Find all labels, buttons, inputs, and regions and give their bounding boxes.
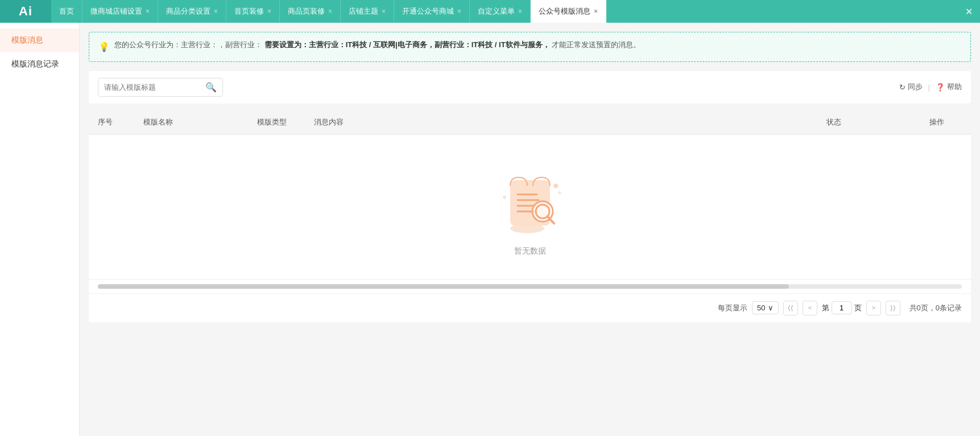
notice-text: 您的公众号行业为：主营行业：，副营行业： 需要设置为：主营行业：IT科技 / 互… — [114, 39, 640, 51]
empty-illustration — [496, 169, 564, 237]
data-table: 序号模版名称模版类型消息内容状态操作 — [89, 110, 971, 135]
chevron-down-icon: ∨ — [768, 304, 774, 312]
tab-label: 开通公众号商城 — [402, 6, 454, 16]
search-input[interactable] — [98, 80, 201, 95]
col-header-content: 消息内容 — [305, 110, 817, 135]
sync-button[interactable]: ↻ 同步 — [899, 82, 923, 92]
notice-box: 💡 您的公众号行业为：主营行业：，副营行业： 需要设置为：主营行业：IT科技 /… — [89, 32, 971, 62]
tab-label: 公众号模版消息 — [539, 6, 590, 16]
tab-微商城店铺设置[interactable]: 微商城店铺设置× — [82, 0, 158, 23]
col-header-type: 模版类型 — [248, 110, 305, 135]
page-unit: 页 — [854, 303, 862, 313]
sidebar-item-模版消息[interactable]: 模版消息 — [0, 28, 79, 52]
tab-close-icon[interactable]: × — [146, 7, 150, 15]
first-page-button[interactable]: ⟨⟨ — [783, 301, 798, 315]
svg-point-8 — [553, 184, 558, 188]
tab-bar: 首页微商城店铺设置×商品分类设置×首页装修×商品页装修×店铺主题×开通公众号商城… — [51, 0, 957, 23]
tab-close-icon[interactable]: × — [518, 7, 522, 15]
tab-close-icon[interactable]: × — [457, 7, 461, 15]
tab-开通公众号商城[interactable]: 开通公众号商城× — [394, 0, 470, 23]
bulb-icon: 💡 — [98, 40, 110, 55]
search-actions: ↻ 同步 | ❓ 帮助 — [899, 82, 962, 92]
brand-logo: Ai — [0, 0, 51, 23]
next-page-button[interactable]: ＞ — [866, 301, 881, 315]
tab-自定义菜单[interactable]: 自定义菜单× — [470, 0, 531, 23]
tab-店铺主题[interactable]: 店铺主题× — [341, 0, 394, 23]
svg-point-10 — [503, 196, 506, 199]
tab-商品页装修[interactable]: 商品页装修× — [280, 0, 341, 23]
tab-公众号模版消息[interactable]: 公众号模版消息× — [531, 0, 606, 23]
empty-state: 暂无数据 — [89, 135, 971, 279]
tab-label: 自定义菜单 — [478, 6, 515, 16]
pagination: 每页显示 50 ∨ ⟨⟨ ＜ 第 页 ＞ ⟩⟩ 共0页，0条记录 — [89, 293, 971, 322]
sync-label: 同步 — [908, 82, 923, 92]
search-bar: 🔍 ↻ 同步 | ❓ 帮助 — [89, 71, 971, 103]
tab-close-icon[interactable]: × — [267, 7, 271, 15]
top-navigation: Ai 首页微商城店铺设置×商品分类设置×首页装修×商品页装修×店铺主题×开通公众… — [0, 0, 980, 23]
col-header-seq: 序号 — [89, 110, 134, 135]
help-label: 帮助 — [947, 82, 962, 92]
tab-label: 商品分类设置 — [166, 6, 210, 16]
per-page-label: 每页显示 — [718, 303, 747, 313]
svg-point-9 — [558, 191, 561, 194]
page-label: 第 — [822, 303, 829, 313]
notice-prefix: 您的公众号行业为：主营行业：，副营行业： — [114, 40, 262, 49]
data-table-wrap: 序号模版名称模版类型消息内容状态操作 — [89, 110, 971, 322]
scroll-bar-area — [89, 279, 971, 293]
help-button[interactable]: ❓ 帮助 — [936, 82, 962, 92]
main-layout: 模版消息模版消息记录 💡 您的公众号行业为：主营行业：，副营行业： 需要设置为：… — [0, 23, 980, 436]
sync-icon: ↻ — [899, 83, 905, 92]
per-page-select[interactable]: 50 ∨ — [752, 301, 778, 314]
tab-close-icon[interactable]: × — [214, 7, 218, 15]
page-input[interactable] — [832, 301, 852, 314]
page-input-wrap: 第 页 — [822, 301, 862, 314]
notice-suffix: 才能正常发送预置的消息。 — [552, 40, 640, 49]
sidebar: 模版消息模版消息记录 — [0, 23, 80, 436]
tab-label: 店铺主题 — [349, 6, 378, 16]
tab-close-icon[interactable]: × — [382, 7, 386, 15]
scrollbar-thumb — [98, 284, 789, 289]
table-header: 序号模版名称模版类型消息内容状态操作 — [89, 110, 971, 135]
sidebar-item-模版消息记录[interactable]: 模版消息记录 — [0, 52, 79, 76]
col-header-name: 模版名称 — [134, 110, 248, 135]
tab-商品分类设置[interactable]: 商品分类设置× — [158, 0, 226, 23]
notice-highlight: 需要设置为：主营行业：IT科技 / 互联网|电子商务，副营行业：IT科技 / I… — [264, 40, 550, 49]
close-all-button[interactable]: ✕ — [957, 0, 980, 23]
tab-首页装修[interactable]: 首页装修× — [226, 0, 280, 23]
last-page-button[interactable]: ⟩⟩ — [886, 301, 900, 315]
header-row: 序号模版名称模版类型消息内容状态操作 — [89, 110, 971, 135]
search-button[interactable]: 🔍 — [201, 78, 221, 96]
search-input-wrap: 🔍 — [98, 78, 223, 97]
help-icon: ❓ — [936, 83, 945, 92]
brand-text: Ai — [19, 4, 32, 19]
content-area: 💡 您的公众号行业为：主营行业：，副营行业： 需要设置为：主营行业：IT科技 /… — [80, 23, 980, 436]
tab-label: 首页装修 — [234, 6, 264, 16]
tab-label: 首页 — [59, 6, 74, 16]
empty-text: 暂无数据 — [514, 246, 546, 256]
tab-首页[interactable]: 首页 — [51, 0, 82, 23]
col-header-status: 状态 — [817, 110, 903, 135]
tab-close-icon[interactable]: × — [594, 7, 598, 15]
tab-close-icon[interactable]: × — [328, 7, 332, 15]
total-info: 共0页，0条记录 — [909, 303, 962, 313]
divider: | — [928, 83, 930, 92]
fake-scrollbar[interactable] — [98, 284, 962, 289]
per-page-value: 50 — [757, 304, 765, 312]
tab-label: 商品页装修 — [288, 6, 325, 16]
prev-page-button[interactable]: ＜ — [803, 301, 817, 315]
tab-label: 微商城店铺设置 — [90, 6, 142, 16]
col-header-action: 操作 — [903, 110, 971, 135]
